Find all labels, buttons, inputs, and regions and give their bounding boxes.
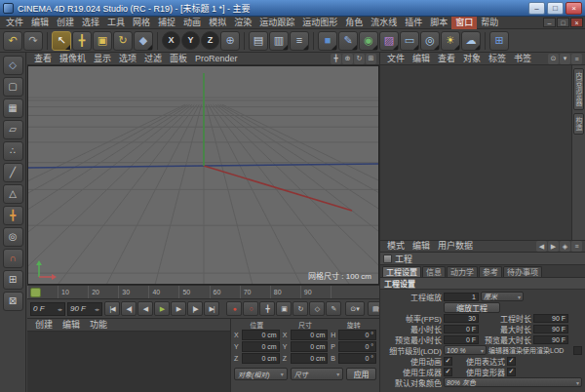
enable-snap-button[interactable]: ∩ [3,249,23,268]
object-manager-menu-item[interactable]: 标签 [485,53,510,65]
next-frame-button[interactable]: ▶ [171,301,186,316]
toolbar-button[interactable] [310,31,317,51]
toolbar-button[interactable] [241,31,248,51]
attribute-tab[interactable]: 参考 [479,266,502,277]
material-menu-item[interactable]: 功能 [85,319,112,332]
material-menu-item[interactable]: 创建 [30,319,58,332]
side-tab[interactable]: 构造 [573,113,584,135]
menu-item[interactable]: 流水线 [367,17,401,29]
record-keyframe-button[interactable]: ● [226,301,242,316]
checkbox[interactable]: ✓ [444,357,452,366]
record-rotation-button[interactable]: ↻ [292,301,308,316]
close-button[interactable]: × [566,2,582,15]
am-menu-icon[interactable]: ≡ [571,241,582,252]
value-field[interactable]: 0 F [444,335,479,344]
am-back-icon[interactable]: ◀ [536,241,547,252]
keyframe-selection-dropdown[interactable]: ⊙▾ [345,301,365,316]
attribute-tab[interactable]: 信息 [422,266,446,277]
viewport-menu-item[interactable]: ProRender [191,53,242,65]
menu-item[interactable]: 捕捉 [154,17,179,29]
attribute-tab[interactable]: 动力学 [447,266,478,277]
lock-workplane-button[interactable]: ⊠ [3,292,23,311]
coordinate-field[interactable]: 0 cm [291,353,329,364]
autokey-button[interactable]: ○ [243,301,258,316]
menu-item[interactable]: 渲染 [230,17,255,29]
attribute-menu-item[interactable]: 编辑 [409,240,434,253]
add-spline-button[interactable]: ✎ [338,31,358,51]
lock-z-axis-button[interactable]: Z [201,31,219,50]
coordinate-field[interactable]: 0 cm [242,353,280,364]
viewport-menu-item[interactable]: 选项 [115,53,140,65]
menu-item[interactable]: 角色 [341,17,367,29]
coordinate-field[interactable]: 0 ° [338,353,376,364]
menu-item[interactable]: 脚本 [426,17,451,29]
attribute-menu-item[interactable]: 用户数据 [434,240,477,253]
scale-project-button[interactable]: 缩放工程 [444,302,500,313]
checkbox[interactable]: ✓ [507,368,516,376]
viewport-rotate-icon[interactable]: ↻ [354,54,365,64]
prev-frame-button[interactable]: ◀ [137,301,153,316]
model-mode-button[interactable]: ▢ [3,77,23,97]
record-position-button[interactable]: ╋ [259,301,275,316]
menu-item[interactable]: 编辑 [27,17,53,29]
lock-x-axis-button[interactable]: X [162,31,180,50]
make-editable-button[interactable]: ◇ [3,56,23,75]
next-key-button[interactable]: |▶ [187,301,203,316]
render-settings-button[interactable]: ≡ [290,31,309,51]
default-color-dropdown[interactable]: 80% 灰色▾ [444,377,582,387]
om-menu-icon[interactable]: ≡ [571,54,582,64]
menu-item[interactable]: 选择 [78,17,103,29]
viewport-pan-icon[interactable]: ╋ [331,54,341,64]
project-scale-unit-dropdown[interactable]: 厘米▾ [481,292,524,301]
add-sky-button[interactable]: ☁ [461,31,481,51]
viewport-zoom-icon[interactable]: ⊕ [342,54,353,64]
move-tool[interactable]: ╋ [72,31,92,51]
edges-mode-button[interactable]: ╱ [3,163,23,182]
viewport-toggle-icon[interactable]: ⊞ [366,54,376,64]
layout-switch-button[interactable]: ⊞ [489,31,509,51]
coordinate-field[interactable]: 0 cm [242,330,280,340]
render-lod-checkbox[interactable] [573,346,582,355]
viewport-solo-button[interactable]: ◎ [3,227,23,247]
mdi-close-button[interactable]: × [570,18,583,27]
add-subdivision-button[interactable]: ◉ [359,31,378,51]
redo-button[interactable]: ↷ [23,31,43,51]
add-camera-button[interactable]: ◎ [420,31,440,51]
coordinate-system-button[interactable]: ⊕ [220,31,240,51]
section-header[interactable]: 工程设置 [380,278,585,290]
coordinate-field[interactable]: 0 cm [291,330,329,340]
workplane-mode-button[interactable]: ▱ [3,120,23,139]
viewport-menu-item[interactable]: 摄像机 [56,53,90,65]
goto-end-button[interactable]: ▶| [204,301,219,316]
value-field[interactable]: 90 F [533,335,568,344]
om-search-icon[interactable]: ⊙ [548,54,559,64]
add-cube-button[interactable]: ■ [318,31,337,51]
record-parameter-button[interactable]: ◇ [309,301,325,316]
viewport-menu-item[interactable]: 显示 [90,53,115,65]
viewport-canvas[interactable]: 网格尺寸 : 100 cm [27,65,379,285]
apply-button[interactable]: 应用 [346,368,376,380]
texture-mode-button[interactable]: ▦ [3,98,23,118]
toolbar-button[interactable] [154,31,161,51]
om-filter-icon[interactable]: ▾ [560,54,570,64]
lod-dropdown[interactable]: 100 %▾ [444,345,487,355]
viewport-menu-item[interactable]: 查看 [30,53,56,65]
attribute-tab[interactable]: 工程设置 [382,266,421,277]
rotate-tool[interactable]: ↻ [113,31,133,51]
menu-item[interactable]: 运动图形 [298,17,341,29]
timeline-playhead[interactable] [30,288,41,297]
scale-tool[interactable]: ▣ [93,31,112,51]
object-manager-menu-item[interactable]: 文件 [383,53,409,65]
timeline-ruler[interactable]: 0102030405060708090 [27,285,379,298]
maximize-button[interactable]: □ [547,2,564,15]
live-selection-tool[interactable]: ↖ [52,31,71,51]
am-forward-icon[interactable]: ▶ [548,241,559,252]
object-manager-menu-item[interactable]: 查看 [434,53,459,65]
menu-item[interactable]: 工具 [103,17,129,29]
lock-y-axis-button[interactable]: Y [181,31,200,50]
attribute-menu-item[interactable]: 模式 [383,240,409,253]
stepper-icon[interactable]: ◂▸ [95,306,99,312]
coordinate-field[interactable]: 0 ° [338,341,376,352]
viewport-menu-item[interactable]: 面板 [166,53,191,65]
checkbox[interactable]: ✓ [444,368,452,376]
